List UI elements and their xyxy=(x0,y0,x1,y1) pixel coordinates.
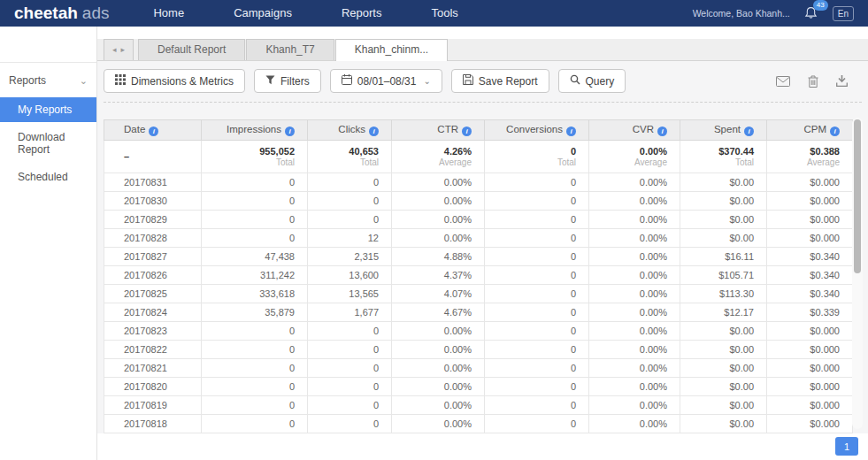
table-cell: $0.000 xyxy=(767,341,853,359)
nav-item-campaigns[interactable]: Campaigns xyxy=(234,0,292,27)
table-cell: 0 xyxy=(485,173,589,192)
table-cell: 13,600 xyxy=(308,266,392,285)
info-icon[interactable]: i xyxy=(462,126,472,136)
save-report-button[interactable]: Save Report xyxy=(451,69,549,93)
report-table: DateiImpressionsiClicksiCTRiConversionsi… xyxy=(104,119,853,433)
table-cell: $0.340 xyxy=(767,248,853,266)
table-header-row: DateiImpressionsiClicksiCTRiConversionsi… xyxy=(104,120,853,141)
info-icon[interactable]: i xyxy=(830,126,840,136)
sidebar-section-reports[interactable]: Reports ⌄ xyxy=(0,62,96,97)
table-cell: 0.00% xyxy=(589,341,680,359)
table-cell: $0.00 xyxy=(680,173,767,192)
column-header-spent[interactable]: Spenti xyxy=(680,120,767,141)
table-cell: $0.000 xyxy=(767,192,853,211)
trash-icon[interactable] xyxy=(808,75,818,88)
table-cell: $0.339 xyxy=(767,303,853,322)
table-row: 201708280120.00%00.00%$0.00$0.000 xyxy=(104,229,853,248)
table-cell: 0 xyxy=(202,378,308,396)
column-label: Clicks xyxy=(338,124,365,134)
table-cell: 0 xyxy=(308,192,392,211)
mail-icon[interactable] xyxy=(776,76,790,87)
table-cell: 47,438 xyxy=(202,248,308,266)
table-cell: $0.00 xyxy=(680,378,767,396)
tabbar: ◂ ▸ Default ReportKhanh_T7Khanh_chinm... xyxy=(97,39,868,61)
app-logo[interactable]: cheetahads xyxy=(14,0,109,27)
column-header-impressions[interactable]: Impressionsi xyxy=(202,120,308,141)
pagination-page-1[interactable]: 1 xyxy=(835,437,858,456)
tab-default-report[interactable]: Default Report xyxy=(138,39,245,60)
info-icon[interactable]: i xyxy=(566,126,576,136)
table-cell: 0 xyxy=(308,173,392,192)
table-cell: 4.88% xyxy=(392,248,485,266)
column-header-cpm[interactable]: CPMi xyxy=(767,120,853,141)
sidebar-item-download-report[interactable]: Download Report xyxy=(0,125,96,162)
totals-sublabel: Total xyxy=(680,157,754,168)
table-cell: 0.00% xyxy=(392,378,485,396)
column-label: CTR xyxy=(437,124,458,134)
language-button[interactable]: En xyxy=(833,6,854,21)
table-cell: 0 xyxy=(308,396,392,415)
table-cell: 0.00% xyxy=(392,359,485,378)
info-icon[interactable]: i xyxy=(369,126,379,136)
tab-khanh-chinm[interactable]: Khanh_chinm... xyxy=(335,39,448,61)
info-icon[interactable]: i xyxy=(657,126,667,136)
date-range-button[interactable]: 08/01–08/31 ⌄ xyxy=(330,69,442,93)
table-row: 20170820000.00%00.00%$0.00$0.000 xyxy=(104,378,853,396)
table-cell: $0.000 xyxy=(767,211,853,229)
table-cell: 0 xyxy=(202,192,308,211)
tab-scroll-right-icon[interactable]: ▸ xyxy=(121,46,126,54)
notification-badge: 43 xyxy=(813,0,828,11)
column-header-cvr[interactable]: CVRi xyxy=(589,120,680,141)
topbar: cheetahads HomeCampaignsReportsTools Wel… xyxy=(0,0,868,27)
table-cell: 0 xyxy=(485,396,589,415)
totals-value: 0.00% xyxy=(589,146,667,157)
info-icon[interactable]: i xyxy=(285,126,295,136)
column-header-conversions[interactable]: Conversionsi xyxy=(485,120,589,141)
table-cell: 0.00% xyxy=(392,341,485,359)
info-icon[interactable]: i xyxy=(744,126,754,136)
column-label: Impressions xyxy=(227,124,281,134)
table-row: 2017082435,8791,6774.67%00.00%$12.17$0.3… xyxy=(104,303,853,322)
table-cell: 20170825 xyxy=(104,285,202,303)
table-cell: $0.00 xyxy=(680,192,767,211)
table-cell: 0.00% xyxy=(589,303,680,322)
filters-button[interactable]: Filters xyxy=(254,69,321,93)
sidebar-item-scheduled[interactable]: Scheduled xyxy=(0,165,96,189)
column-header-date[interactable]: Datei xyxy=(104,120,202,141)
query-button[interactable]: Query xyxy=(558,69,626,93)
table-row: 20170825333,61813,5654.07%00.00%$113.30$… xyxy=(104,285,853,303)
column-header-ctr[interactable]: CTRi xyxy=(392,120,485,141)
filters-label: Filters xyxy=(280,75,310,88)
table-cell: 0 xyxy=(202,341,308,359)
totals-value: $370.44 xyxy=(680,146,754,157)
table-cell: 0 xyxy=(202,359,308,378)
tab-khanh-t7[interactable]: Khanh_T7 xyxy=(246,39,334,60)
column-header-clicks[interactable]: Clicksi xyxy=(308,120,392,141)
tab-scroll-left-icon[interactable]: ◂ xyxy=(112,46,117,54)
nav-item-reports[interactable]: Reports xyxy=(342,0,382,27)
dimensions-metrics-label: Dimensions & Metrics xyxy=(131,75,234,88)
save-icon xyxy=(463,74,473,88)
table-scrollbar[interactable] xyxy=(852,118,863,429)
scrollbar-thumb[interactable] xyxy=(854,119,861,273)
nav-item-tools[interactable]: Tools xyxy=(431,0,457,27)
download-icon[interactable] xyxy=(836,75,848,87)
notifications-button[interactable]: 43 xyxy=(804,6,818,20)
info-icon[interactable]: i xyxy=(149,126,158,136)
table-row: 20170821000.00%00.00%$0.00$0.000 xyxy=(104,359,853,378)
table-cell: 0 xyxy=(202,415,308,433)
table-cell: $0.00 xyxy=(680,322,767,341)
table-cell: 4.37% xyxy=(392,266,485,285)
totals-value: – xyxy=(124,151,201,163)
table-cell: 0 xyxy=(485,248,589,266)
table-cell: $0.00 xyxy=(680,211,767,229)
table-cell: 20170827 xyxy=(104,248,202,266)
table-cell: 0 xyxy=(202,396,308,415)
table-cell: 0.00% xyxy=(589,266,680,285)
topbar-nav: HomeCampaignsReportsTools xyxy=(153,0,457,27)
welcome-text[interactable]: Welcome, Bao Khanh... xyxy=(693,8,790,19)
nav-item-home[interactable]: Home xyxy=(153,0,184,27)
sidebar-item-my-reports[interactable]: My Reports xyxy=(0,97,96,122)
table-cell: 0 xyxy=(308,322,392,341)
dimensions-metrics-button[interactable]: Dimensions & Metrics xyxy=(104,69,245,93)
